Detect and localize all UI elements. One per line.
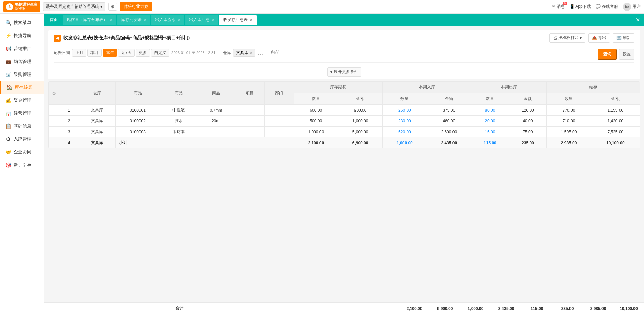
tab-recv-send-close[interactable]: ✕ xyxy=(250,18,252,22)
sidebar-item-purchase[interactable]: 🛒 采购管理 xyxy=(0,68,44,81)
more-date-btn[interactable]: 更多 xyxy=(136,49,150,57)
subtotal-warehouse: 文具库 xyxy=(78,137,116,148)
expand-icon: ▾ xyxy=(330,70,332,75)
collapse-icon: ◀ xyxy=(56,36,59,40)
this-year-btn[interactable]: 本年 xyxy=(103,49,117,57)
notification-area[interactable]: ✉ 消息 6 xyxy=(552,4,564,10)
print-template-button[interactable]: 🖨 按模板打印 ▾ xyxy=(549,33,585,43)
sidebar-item-sales[interactable]: 💼 销售管理 xyxy=(0,55,44,68)
warehouse-tag-text: 文具库 xyxy=(236,50,248,56)
row-out-qty[interactable]: 15.00 xyxy=(471,127,509,137)
user-area[interactable]: Ea 用户 xyxy=(623,3,641,11)
th-in-amt: 金额 xyxy=(427,93,471,105)
row-product-name: 胶水 xyxy=(160,116,197,127)
table-row: 1 文具库 0100001 中性笔 0.7mm 600.00 900.00 25… xyxy=(49,105,640,116)
online-service[interactable]: 💬 在线客服 xyxy=(596,4,618,10)
total-closing-amt: 10,100.00 xyxy=(613,306,644,311)
tab-stock-dist-close[interactable]: ✕ xyxy=(110,18,112,22)
app-download[interactable]: 📱 App下载 xyxy=(569,4,591,10)
row-out-qty[interactable]: 80.00 xyxy=(471,105,509,116)
quick-nav-icon: ⚡ xyxy=(5,33,11,38)
total-in-qty: 1,000.00 xyxy=(460,306,491,311)
export-button[interactable]: 📤 导出 xyxy=(588,33,610,43)
collapse-button[interactable]: ◀ xyxy=(54,35,61,42)
row-opening-amt: 1,000.00 xyxy=(338,116,382,127)
row-opening-amt: 5,000.00 xyxy=(338,127,382,137)
subtotal-in-qty-link[interactable]: 1,000.00 xyxy=(397,141,413,145)
sidebar-item-system[interactable]: ⚙ 系统管理 xyxy=(0,133,44,146)
tab-bar-close-all[interactable]: ✕ xyxy=(633,17,643,23)
out-qty-link[interactable]: 80.00 xyxy=(485,108,495,113)
subtotal-in-qty[interactable]: 1,000.00 xyxy=(382,137,427,148)
tab-stock-dist[interactable]: 现存量（库存分布表） ✕ xyxy=(63,15,116,25)
subtotal-opening-amt: 6,900.00 xyxy=(338,137,382,148)
refresh-button[interactable]: 🔄 刷新 xyxy=(613,33,634,43)
subtotal-out-qty-link[interactable]: 115.00 xyxy=(484,141,496,145)
sidebar-item-inventory[interactable]: 🏠 库存核算 xyxy=(0,81,44,94)
settings-button-filter[interactable]: 设置 xyxy=(619,49,634,60)
avatar: Ea xyxy=(623,3,631,11)
sidebar-item-operations[interactable]: 📊 经营管理 xyxy=(0,107,44,120)
out-qty-link[interactable]: 20.00 xyxy=(485,119,495,123)
tab-inout-summary[interactable]: 出入库汇总 ✕ xyxy=(185,15,218,25)
total-label: 合计 xyxy=(68,305,290,311)
search-icon: 🔍 xyxy=(5,20,11,26)
row-in-qty[interactable]: 250.00 xyxy=(382,105,427,116)
product-more-btn[interactable]: ... xyxy=(281,49,287,55)
row-out-qty[interactable]: 20.00 xyxy=(471,116,509,127)
experience-button[interactable]: 体验行业方案 xyxy=(120,2,152,11)
expand-conditions-button[interactable]: ▾ 展开更多条件 xyxy=(327,67,361,77)
row-opening-qty: 1,000.00 xyxy=(294,127,338,137)
refresh-icon: 🔄 xyxy=(616,36,622,40)
row-in-qty[interactable]: 520.00 xyxy=(382,127,427,137)
sidebar-item-quick-nav[interactable]: ⚡ 快捷导航 xyxy=(0,29,44,42)
row-in-amt: 2,600.00 xyxy=(427,127,471,137)
sidebar-item-finance[interactable]: 💰 资金管理 xyxy=(0,94,44,107)
last-7days-btn[interactable]: 近7天 xyxy=(118,49,135,57)
sidebar-item-marketing[interactable]: 📢 营销推广 xyxy=(0,42,44,55)
last-month-btn[interactable]: 上月 xyxy=(72,49,86,57)
tab-home[interactable]: 首页 xyxy=(46,15,62,25)
export-label: 导出 xyxy=(598,35,606,41)
row-no: 1 xyxy=(60,105,78,116)
sidebar-item-base-info[interactable]: 📋 基础信息 xyxy=(0,120,44,133)
tab-batch-ledger[interactable]: 库存批次账 ✕ xyxy=(117,15,150,25)
warehouse-more-btn[interactable]: ... xyxy=(258,50,264,56)
date-filter-label: 记账日期 xyxy=(54,50,70,56)
sidebar-item-search[interactable]: 🔍 搜索菜单 xyxy=(0,16,44,29)
page-title-row: ◀ 收发存汇总表(按仓库+商品编码+商品+规格型号+项目+部门) 🖨 按模板打印… xyxy=(54,33,634,46)
marketing-icon: 📢 xyxy=(5,46,11,51)
tab-batch-ledger-close[interactable]: ✕ xyxy=(144,18,146,22)
this-month-btn[interactable]: 本月 xyxy=(87,49,102,57)
in-qty-link[interactable]: 230.00 xyxy=(398,119,411,123)
page-top-actions: 🖨 按模板打印 ▾ 📤 导出 🔄 刷新 xyxy=(549,33,634,43)
row-department xyxy=(264,127,294,137)
sidebar-item-enterprise[interactable]: 🤝 企业协同 xyxy=(0,146,44,159)
tab-inout-flow-close[interactable]: ✕ xyxy=(178,18,180,22)
subtotal-out-qty[interactable]: 115.00 xyxy=(471,137,509,148)
row-in-amt: 375.00 xyxy=(427,105,471,116)
table-row: 3 文具库 0100003 采访本 1,000.00 5,000.00 520.… xyxy=(49,127,640,137)
row-settings xyxy=(49,127,60,137)
tab-inout-summary-close[interactable]: ✕ xyxy=(212,18,214,22)
in-qty-link[interactable]: 520.00 xyxy=(398,130,411,134)
row-product-code: 0100002 xyxy=(115,116,160,127)
th-opening-amt: 金额 xyxy=(338,93,382,105)
in-qty-link[interactable]: 250.00 xyxy=(398,108,411,113)
tab-inout-flow[interactable]: 出入库流水 ✕ xyxy=(151,15,184,25)
custom-date-btn[interactable]: 自定义 xyxy=(151,49,169,57)
th-out-group: 本期出库 xyxy=(471,82,547,93)
warehouse-tag-close[interactable]: ✕ xyxy=(250,51,252,55)
sidebar-item-label: 库存核算 xyxy=(15,84,32,90)
th-opening-group: 库存期初 xyxy=(294,82,383,93)
sidebar-item-newbie[interactable]: 🎯 新手引导 xyxy=(0,159,44,171)
tab-recv-send-summary[interactable]: 收发存汇总表 ✕ xyxy=(219,15,257,25)
column-settings-icon[interactable]: ⚙ xyxy=(52,90,56,96)
settings-button[interactable]: ⚙ xyxy=(108,3,117,11)
query-button[interactable]: 查询 xyxy=(598,49,617,60)
system-selector[interactable]: 装备及固定资产辅助管理系统 ▾ xyxy=(43,2,105,11)
out-qty-link[interactable]: 15.00 xyxy=(485,130,495,134)
refresh-label: 刷新 xyxy=(623,35,631,41)
row-in-qty[interactable]: 230.00 xyxy=(382,116,427,127)
row-warehouse: 文具库 xyxy=(78,105,116,116)
